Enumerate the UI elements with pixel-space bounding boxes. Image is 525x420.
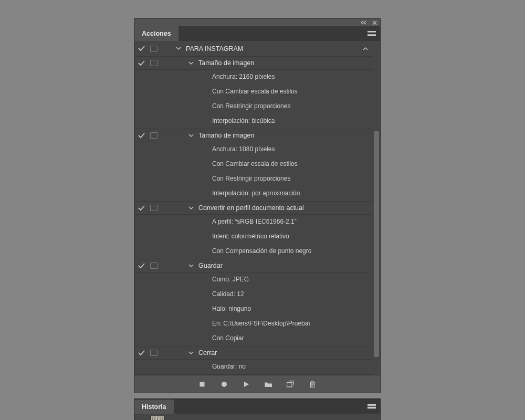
action-set-name: PARA INSTAGRAM [186, 45, 243, 52]
svg-point-1 [222, 382, 227, 387]
action-detail-line: Anchura: 2160 píxeles [212, 70, 371, 85]
action-detail-line: Interpolación: bicúbica [212, 114, 371, 129]
actions-footer [134, 375, 380, 393]
stop-icon[interactable] [198, 381, 206, 388]
collapse-set-icon[interactable] [360, 47, 371, 50]
dialog-box-icon [150, 350, 158, 356]
action-step-row[interactable]: Cerrar [134, 346, 380, 360]
chevron-down-icon[interactable] [188, 206, 194, 210]
chevron-down-icon[interactable] [188, 134, 194, 138]
dialog-column[interactable] [148, 46, 160, 52]
action-detail-line: Como: JPEG [212, 272, 371, 287]
action-step-details: Anchura: 1080 píxelesCon Cambiar escala … [134, 142, 380, 202]
action-detail-line: Con Compensación de punto negro [212, 244, 371, 259]
action-step-name: Guardar [198, 262, 223, 269]
panel-titlebar [134, 19, 380, 26]
action-step-details: Guardar: no [134, 360, 380, 375]
dialog-column[interactable] [148, 205, 160, 211]
scrollbar-thumb[interactable] [374, 131, 379, 357]
dialog-column[interactable] [148, 350, 160, 356]
close-icon[interactable] [372, 20, 377, 25]
chevron-down-icon[interactable] [188, 351, 194, 355]
action-step-row[interactable]: Convertir en perfil documento actual [134, 202, 380, 215]
action-step-row[interactable]: Tamaño de imagen [134, 129, 380, 142]
action-detail-line: Interpolación: por aproximación [212, 186, 371, 201]
action-detail-line: Intent: colorimétrico relativo [212, 229, 371, 244]
toggle-column[interactable] [134, 133, 148, 139]
action-detail-line: Con Cambiar escala de estilos [212, 85, 371, 99]
trash-icon[interactable] [309, 381, 316, 388]
hamburger-icon [368, 31, 376, 36]
panel-menu-button[interactable] [363, 26, 380, 41]
new-action-icon[interactable] [287, 381, 294, 388]
action-detail-line: En: C:\Users\FSF\Desktop\Prueba\ [212, 317, 371, 331]
chevron-down-icon[interactable] [188, 264, 194, 268]
record-icon[interactable] [220, 381, 228, 388]
tab-label: Acciones [142, 30, 171, 37]
dialog-column[interactable] [148, 60, 160, 66]
collapse-icon[interactable] [361, 20, 367, 25]
dialog-column[interactable] [148, 132, 160, 139]
dialog-box-icon [150, 205, 158, 211]
action-step-details: Anchura: 2160 píxelesCon Cambiar escala … [134, 70, 380, 129]
action-detail-line: Anchura: 1080 píxeles [212, 142, 371, 157]
toggle-column[interactable] [134, 60, 148, 66]
history-thumbnail [150, 416, 165, 420]
dialog-column[interactable] [148, 262, 160, 269]
hamburger-icon [368, 404, 376, 410]
action-detail-line: Con Copiar [212, 331, 371, 346]
scrollbar-track[interactable] [373, 41, 380, 375]
toggle-column[interactable] [134, 350, 148, 356]
toggle-column[interactable] [134, 263, 148, 269]
action-detail-line: Con Cambiar escala de estilos [212, 157, 371, 172]
tab-row: Acciones [134, 26, 380, 41]
actions-list: PARA INSTAGRAM Tamaño de imagenAnchura: … [134, 41, 380, 375]
history-tab-row: Historia [134, 399, 380, 414]
actions-panel: Acciones PARA INSTAGRAM [134, 19, 380, 393]
action-step-row[interactable]: Tamaño de imagen [134, 57, 380, 70]
action-step-name: Cerrar [198, 349, 217, 356]
new-set-folder-icon[interactable] [265, 381, 272, 388]
dialog-box-icon [150, 132, 158, 139]
action-detail-line: Calidad: 12 [212, 287, 371, 302]
action-step-row[interactable]: Guardar [134, 259, 380, 272]
toggle-column[interactable] [134, 46, 148, 51]
history-menu-button[interactable] [363, 400, 380, 414]
tab-history[interactable]: Historia [134, 400, 174, 414]
tab-actions[interactable]: Acciones [134, 26, 178, 41]
action-detail-line: Guardar: no [212, 360, 371, 374]
action-step-name: Tamaño de imagen [198, 59, 254, 67]
chevron-down-icon[interactable] [175, 47, 182, 50]
toggle-column[interactable] [134, 205, 148, 211]
action-detail-line: Con Restringir proporciones [212, 172, 371, 186]
chevron-down-icon[interactable] [188, 61, 194, 65]
history-panel: Historia [134, 399, 380, 420]
svg-rect-0 [200, 382, 205, 386]
tab-label: Historia [142, 403, 166, 411]
dialog-box-icon [150, 60, 158, 66]
action-step-details: Como: JPEGCalidad: 12Halo: ningunoEn: C:… [134, 272, 380, 346]
action-step-details: A perfil: “sRGB IEC61966-2.1”Intent: col… [134, 215, 380, 259]
action-set-row[interactable]: PARA INSTAGRAM [134, 41, 380, 57]
action-detail-line: A perfil: “sRGB IEC61966-2.1” [212, 215, 371, 229]
check-icon [138, 46, 145, 51]
action-detail-line: Halo: ninguno [212, 302, 371, 317]
history-snapshot-row[interactable] [134, 414, 380, 420]
action-detail-line: Con Restringir proporciones [212, 99, 371, 114]
dialog-box-icon [150, 46, 158, 52]
play-icon[interactable] [243, 381, 250, 388]
action-step-name: Tamaño de imagen [198, 132, 254, 139]
dialog-box-icon [150, 262, 158, 269]
action-step-name: Convertir en perfil documento actual [198, 204, 304, 212]
